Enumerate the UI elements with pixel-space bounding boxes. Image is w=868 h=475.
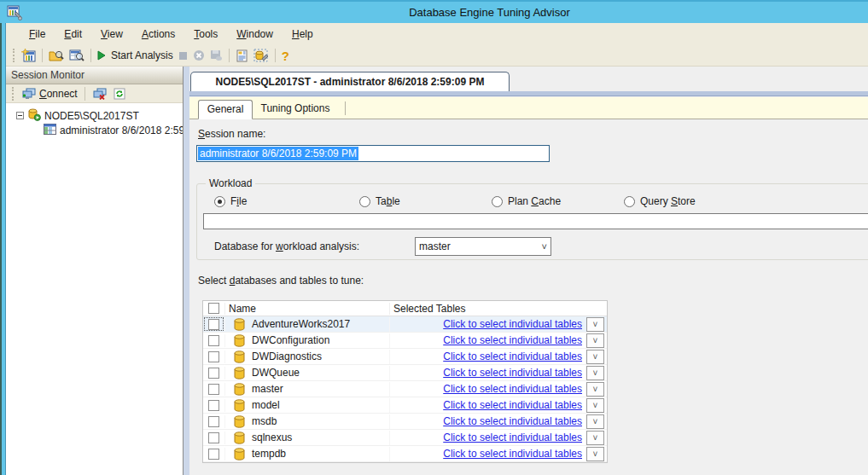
row-checkbox[interactable] (208, 400, 219, 411)
select-tables-link[interactable]: Click to select individual tables (443, 367, 582, 379)
row-dropdown-button[interactable]: ˅ (586, 447, 604, 461)
menu-item-help[interactable]: Help (283, 23, 323, 45)
column-header-name[interactable]: Name (224, 303, 389, 315)
database-icon (234, 318, 245, 331)
toolbar-grip[interactable] (13, 49, 15, 62)
select-tables-link[interactable]: Click to select individual tables (443, 334, 582, 346)
workload-file-input[interactable] (203, 213, 868, 229)
panel-splitter[interactable] (183, 67, 189, 475)
table-row[interactable]: msdbClick to select individual tables˅ (203, 414, 607, 430)
database-icon (234, 367, 245, 379)
radio-file[interactable]: File (214, 194, 247, 208)
open-session-button[interactable] (46, 46, 67, 65)
database-name: DWConfiguration (252, 334, 329, 346)
row-checkbox[interactable] (208, 319, 219, 330)
menubar: FileEditViewActionsToolsWindowHelp (6, 23, 868, 45)
start-analysis-button[interactable]: Start Analysis (95, 46, 176, 65)
session-tree: NODE5\SQL2017ST administrator 8/6/2018 2… (6, 103, 183, 137)
table-row[interactable]: sqlnexusClick to select individual table… (203, 430, 607, 446)
table-row[interactable]: AdventureWorks2017Click to select indivi… (203, 316, 607, 333)
chevron-down-icon: ˅ (593, 401, 598, 410)
menu-item-file[interactable]: File (20, 23, 55, 45)
radio-icon (214, 196, 225, 207)
tuning-options-button[interactable] (251, 46, 271, 65)
server-node-label: NODE5\SQL2017ST (44, 110, 139, 122)
tree-node-server[interactable]: NODE5\SQL2017ST (6, 108, 183, 123)
row-checkbox[interactable] (208, 449, 219, 460)
row-checkbox[interactable] (208, 384, 219, 395)
row-dropdown-button[interactable]: ˅ (586, 431, 604, 445)
select-tables-link[interactable]: Click to select individual tables (443, 415, 582, 427)
row-dropdown-button[interactable]: ˅ (586, 398, 604, 413)
database-name: msdb (252, 415, 277, 427)
row-checkbox[interactable] (208, 351, 219, 362)
row-dropdown-button[interactable]: ˅ (586, 366, 604, 380)
select-tables-link[interactable]: Click to select individual tables (443, 399, 582, 411)
row-checkbox[interactable] (208, 416, 219, 427)
toolbar-grip[interactable] (12, 87, 15, 101)
menu-item-view[interactable]: View (91, 23, 132, 45)
select-tables-link[interactable]: Click to select individual tables (443, 448, 582, 460)
table-row[interactable]: DWQueueClick to select individual tables… (203, 365, 607, 381)
open-session-icon (49, 49, 64, 62)
menu-item-edit[interactable]: Edit (55, 23, 91, 45)
select-tables-link[interactable]: Click to select individual tables (443, 383, 582, 395)
table-row[interactable]: DWDiagnosticsClick to select individual … (203, 349, 607, 365)
database-icon (234, 334, 245, 347)
radio-icon (359, 196, 370, 207)
menu-item-actions[interactable]: Actions (132, 23, 184, 45)
disconnect-button[interactable] (89, 85, 110, 102)
connect-button[interactable]: Connect (18, 85, 81, 102)
general-page: Session name: administrator 8/6/2018 2:5… (189, 119, 868, 475)
database-name: tempdb (252, 448, 286, 460)
table-row[interactable]: modelClick to select individual tables˅ (203, 397, 607, 414)
tab-tuning-options[interactable]: Tuning Options (256, 100, 335, 119)
radio-query-store[interactable]: Query Store (624, 194, 696, 208)
radio-label: Plan Cache (508, 195, 561, 207)
radio-plan-cache[interactable]: Plan Cache (492, 194, 561, 208)
row-dropdown-button[interactable]: ˅ (586, 317, 604, 332)
row-checkbox[interactable] (208, 368, 219, 379)
open-workload-button[interactable] (67, 46, 87, 65)
row-checkbox[interactable] (208, 432, 219, 443)
row-dropdown-button[interactable]: ˅ (586, 350, 604, 364)
column-header-selected-tables[interactable]: Selected Tables (389, 303, 607, 315)
tab-general[interactable]: General (198, 100, 253, 119)
selected-text: administrator 8/6/2018 2:59:09 PM (198, 147, 358, 160)
row-dropdown-button[interactable]: ˅ (586, 382, 604, 397)
refresh-icon (114, 88, 125, 100)
titlebar: Database Engine Tuning Advisor (0, 0, 868, 23)
table-row[interactable]: masterClick to select individual tables˅ (203, 381, 607, 397)
row-dropdown-button[interactable]: ˅ (586, 414, 604, 429)
session-name-input[interactable]: administrator 8/6/2018 2:59:09 PM (196, 145, 550, 162)
select-tables-link[interactable]: Click to select individual tables (443, 350, 582, 362)
header-checkbox[interactable] (208, 303, 219, 314)
cancel-icon (193, 49, 205, 61)
row-dropdown-button[interactable]: ˅ (586, 333, 604, 348)
toolbar-separator (275, 49, 276, 62)
row-checkbox[interactable] (208, 335, 219, 346)
tune-table: Name Selected Tables AdventureWorks2017C… (202, 300, 608, 463)
tree-node-session[interactable]: administrator 8/6/2018 2:59: (6, 123, 183, 137)
report-button[interactable] (233, 46, 251, 65)
help-button[interactable]: ? (279, 46, 292, 65)
new-session-button[interactable] (19, 46, 38, 65)
select-tables-link[interactable]: Click to select individual tables (443, 318, 582, 330)
database-icon (234, 399, 245, 412)
workload-groupbox: Workload FileTablePlan CacheQuery Store … (196, 183, 868, 260)
page-tabstrip: General Tuning Options (189, 97, 868, 119)
menu-item-window[interactable]: Window (227, 23, 283, 45)
tuning-tools-icon (253, 49, 269, 62)
table-row[interactable]: tempdbClick to select individual tables˅ (203, 446, 607, 462)
database-combo[interactable]: master ˅ (415, 237, 551, 256)
menu-item-tools[interactable]: Tools (184, 23, 227, 45)
collapse-toggle-icon[interactable] (16, 112, 24, 119)
chevron-down-icon: ˅ (593, 449, 598, 459)
session-monitor-toolbar: Connect (6, 84, 183, 103)
select-tables-link[interactable]: Click to select individual tables (443, 432, 582, 443)
refresh-button[interactable] (110, 85, 129, 102)
radio-table[interactable]: Table (359, 194, 400, 208)
table-row[interactable]: DWConfigurationClick to select individua… (203, 333, 607, 349)
chevron-down-icon: ˅ (593, 385, 598, 394)
document-tab[interactable]: NODE5\SQL2017ST - administrator 8/6/2018… (190, 72, 510, 91)
